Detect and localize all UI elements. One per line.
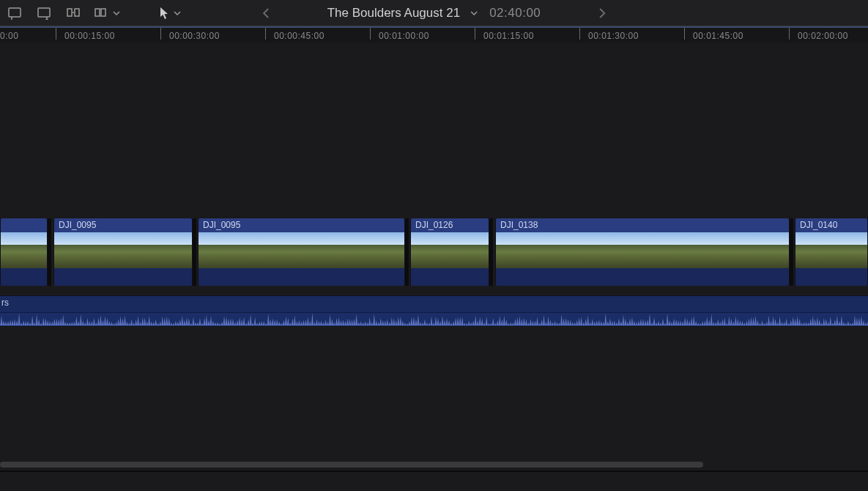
insert-clip-icon[interactable] — [63, 4, 85, 22]
video-clip[interactable]: DJI_0126 — [410, 218, 489, 286]
clip-thumbnail — [795, 232, 831, 268]
ruler-label: 00:01:45:00 — [693, 31, 743, 41]
bottom-separator — [0, 470, 868, 472]
timeline-canvas: DJI_0095DJI_0095DJI_0126DJI_0138DJI_0140… — [0, 43, 868, 472]
svg-rect-2 — [67, 9, 72, 16]
video-clip[interactable]: DJI_0140 — [795, 218, 868, 286]
clip-title: DJI_0095 — [54, 218, 192, 232]
clip-thumbnail-strip — [54, 232, 192, 268]
clip-thumbnail-strip — [411, 232, 489, 268]
clip-footer — [411, 268, 489, 286]
next-edit-icon[interactable] — [595, 6, 609, 21]
clip-thumbnail — [54, 232, 100, 268]
ruler-tick — [579, 28, 580, 40]
ruler-tick — [789, 28, 790, 40]
clip-thumbnail — [831, 232, 867, 268]
project-title[interactable]: The Boulders August 21 — [327, 6, 460, 21]
video-clip[interactable]: DJI_0138 — [495, 218, 790, 286]
clip-title: DJI_0138 — [496, 218, 789, 232]
clip-gap — [193, 218, 196, 286]
clip-footer — [496, 268, 789, 286]
clip-thumbnail — [199, 232, 250, 268]
ruler-tick — [370, 28, 371, 40]
horizontal-scrollbar[interactable] — [0, 462, 868, 468]
clip-gap — [790, 218, 793, 286]
ruler-tick — [56, 28, 56, 40]
audio-waveform — [0, 313, 868, 326]
ruler-label: 00:02:00:00 — [798, 31, 848, 41]
clip-thumbnail — [691, 232, 741, 268]
ruler-label: 0:00 — [0, 31, 18, 41]
clip-thumbnail — [1, 232, 47, 268]
tool-group-left — [4, 4, 185, 22]
append-clip-icon[interactable] — [92, 4, 122, 22]
ruler-tick — [475, 28, 475, 40]
audio-clip-label: rs — [1, 298, 9, 308]
toolbar: The Boulders August 21 02:40:00 — [0, 0, 868, 26]
clip-footer — [1, 268, 47, 286]
clip-thumbnail-strip — [199, 232, 404, 268]
video-clip[interactable] — [0, 218, 48, 286]
ruler-label: 00:00:45:00 — [274, 31, 324, 41]
clip-thumbnail — [740, 232, 789, 268]
timecode-display[interactable]: 02:40:00 — [489, 6, 541, 21]
clip-footer — [795, 268, 867, 286]
clip-thumbnail — [353, 232, 404, 268]
svg-rect-5 — [101, 9, 105, 16]
time-ruler[interactable]: 0:0000:00:15:0000:00:30:0000:00:45:0000:… — [0, 26, 868, 43]
video-clip[interactable]: DJI_0095 — [198, 218, 405, 286]
ruler-label: 00:01:00:00 — [379, 31, 429, 41]
svg-rect-0 — [9, 8, 21, 17]
clip-gap — [489, 218, 493, 286]
ruler-label: 00:00:30:00 — [169, 31, 220, 41]
clip-title: DJI_0126 — [411, 218, 489, 232]
video-track[interactable]: DJI_0095DJI_0095DJI_0126DJI_0138DJI_0140 — [0, 218, 868, 286]
clip-thumbnail — [450, 232, 489, 268]
clip-thumbnail — [593, 232, 642, 268]
svg-rect-1 — [38, 8, 50, 17]
horizontal-scrollbar-thumb[interactable] — [0, 462, 703, 468]
clip-title — [1, 218, 47, 232]
video-clip[interactable]: DJI_0095 — [53, 218, 193, 286]
audio-track[interactable]: rs — [0, 295, 868, 326]
clip-thumbnail-strip — [496, 232, 789, 268]
clip-thumbnail — [250, 232, 301, 268]
svg-rect-3 — [75, 9, 79, 16]
clip-thumbnail — [545, 232, 594, 268]
ruler-tick — [684, 28, 685, 40]
clip-title: DJI_0095 — [199, 218, 404, 232]
ruler-tick — [265, 28, 266, 40]
clip-footer — [199, 268, 404, 286]
ruler-label: 00:01:30:00 — [588, 31, 639, 41]
project-dropdown-icon[interactable] — [470, 10, 478, 17]
clip-thumbnail — [496, 232, 545, 268]
clip-thumbnail — [146, 232, 192, 268]
ruler-label: 00:01:15:00 — [483, 31, 534, 41]
svg-rect-4 — [95, 9, 100, 16]
clip-footer — [54, 268, 192, 286]
select-tool-icon[interactable] — [155, 4, 185, 22]
clip-thumbnail — [302, 232, 353, 268]
clip-gap — [48, 218, 51, 286]
mark-in-icon[interactable] — [4, 4, 26, 22]
clip-thumbnail — [411, 232, 450, 268]
clip-thumbnail — [100, 232, 146, 268]
header-center: The Boulders August 21 02:40:00 — [259, 0, 610, 26]
prev-edit-icon[interactable] — [259, 6, 273, 21]
clip-title: DJI_0140 — [795, 218, 867, 232]
ruler-tick — [160, 28, 161, 40]
clip-thumbnail-strip — [795, 232, 867, 268]
clip-thumbnail — [642, 232, 691, 268]
ruler-label: 00:00:15:00 — [64, 31, 115, 41]
mark-out-icon[interactable] — [34, 4, 56, 22]
clip-gap — [405, 218, 409, 286]
clip-thumbnail-strip — [1, 232, 47, 268]
